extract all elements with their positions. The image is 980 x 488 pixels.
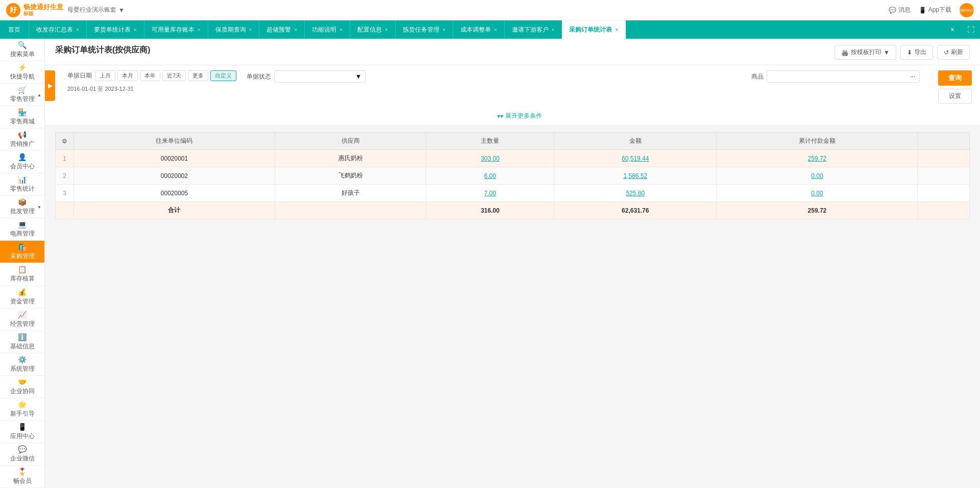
date-shortcuts: 上月 本月 本年 近7天 更多 自定义 — [95, 70, 236, 81]
more-icon[interactable]: ··· — [910, 73, 915, 80]
tab-keyongliang[interactable]: 可用量库存账本 × — [144, 20, 208, 39]
th-settings[interactable]: ⚙ — [56, 133, 74, 150]
th-qty: 主数量 — [426, 133, 554, 150]
app-download-button[interactable]: 📱 App下载 — [919, 6, 951, 14]
refresh-button[interactable]: ↺ 刷新 — [937, 45, 970, 60]
close-icon[interactable]: × — [249, 27, 252, 33]
cart-icon: 🛒 — [18, 86, 27, 94]
sidebar-item-operations[interactable]: 📈 经营管理 — [0, 309, 44, 331]
message-button[interactable]: 💬 消息 — [889, 6, 911, 14]
close-icon[interactable]: × — [443, 27, 446, 33]
sidebar-item-search[interactable]: 🔍 搜索菜单 — [0, 39, 44, 61]
shortcut-7days[interactable]: 近7天 — [162, 70, 186, 81]
setting-button[interactable]: 设置 — [938, 89, 972, 104]
print-button[interactable]: 🖨️ 按模板打印 ▼ — [835, 45, 896, 60]
tab-caigou-active[interactable]: 采购订单统计表 × — [562, 20, 626, 39]
row-paid[interactable]: 0.00 — [717, 185, 918, 202]
row-amount[interactable]: 525.80 — [554, 185, 717, 202]
close-icon[interactable]: × — [134, 27, 137, 33]
status-select[interactable]: ▼ — [274, 70, 366, 83]
shortcut-last-month[interactable]: 上月 — [95, 70, 115, 81]
th-paid: 累计付款金额 — [717, 133, 918, 150]
close-icon[interactable]: × — [294, 27, 297, 33]
close-icon[interactable]: × — [198, 27, 201, 33]
sidebar-item-inventory[interactable]: 📋 库存核算 — [0, 263, 44, 286]
table-row: 3 00020005 好孩子 7.00 525.80 0.00 — [56, 185, 970, 202]
goods-input[interactable]: ··· — [767, 70, 920, 83]
row-paid[interactable]: 259.72 — [717, 150, 918, 167]
row-supplier: 惠氏奶粉 — [275, 150, 426, 167]
sidebar-item-wholesale[interactable]: 📦 批发管理 ▼ — [0, 196, 44, 218]
tab-chengben[interactable]: 成本调整单 × — [453, 20, 505, 39]
close-icon[interactable]: × — [494, 27, 497, 33]
query-button[interactable]: 查询 — [938, 70, 972, 86]
row-extra — [918, 185, 970, 202]
search-icon: 🔍 — [18, 41, 27, 49]
close-icon[interactable]: × — [552, 27, 555, 33]
expand-icon: ▾▾ — [497, 113, 503, 120]
shortcut-this-month[interactable]: 本月 — [117, 70, 138, 81]
sidebar-item-wechat[interactable]: 💬 企业微信 — [0, 443, 44, 466]
footer-qty: 316.00 — [426, 202, 554, 219]
sidebar-item-quicknav[interactable]: ⚡ 快捷导航 — [0, 61, 44, 84]
tab-yaoqing[interactable]: 邀请下游客户 × — [505, 20, 562, 39]
box-icon: 📦 — [18, 198, 27, 206]
user-area[interactable]: demo2 — [960, 3, 974, 17]
close-icon[interactable]: × — [615, 27, 618, 33]
table-header: ⚙ 往来单位编码 供应商 主数量 金额 累计付款金额 — [56, 133, 970, 150]
sidebar-item-appcenter[interactable]: 📱 应用中心 — [0, 421, 44, 443]
sidebar-item-enterprise-collab[interactable]: 🤝 企业协同 — [0, 376, 44, 398]
row-amount[interactable]: 1,586.52 — [554, 167, 717, 185]
row-paid[interactable]: 0.00 — [717, 167, 918, 185]
tab-chaoyuyujing[interactable]: 超储预警 × — [259, 20, 305, 39]
row-amount[interactable]: 60,519.44 — [554, 150, 717, 167]
tab-fullscreen-button[interactable]: ⛶ — [962, 20, 980, 39]
tab-jianhuo[interactable]: 拣货任务管理 × — [396, 20, 453, 39]
refresh-icon: ↺ — [944, 49, 949, 56]
shortcut-this-year[interactable]: 本年 — [140, 70, 160, 81]
tab-baozhi[interactable]: 保质期查询 × — [208, 20, 260, 39]
th-empty — [918, 133, 970, 150]
page-actions: 🖨️ 按模板打印 ▼ ⬇ 导出 ↺ 刷新 — [835, 45, 970, 65]
lightning-icon: ⚡ — [18, 63, 27, 71]
logo-icon: 好 — [6, 3, 20, 17]
status-label: 单据状态 — [247, 72, 271, 81]
nav-tabs: 首页 收发存汇总表 × 要货单统计表 × 可用量库存账本 × 保质期查询 × 超… — [0, 20, 980, 39]
sidebar-item-members[interactable]: 👤 会员中心 — [0, 151, 44, 173]
sidebar-item-retail-stats[interactable]: 📊 零售统计 — [0, 173, 44, 196]
tab-gongneng[interactable]: 功能说明 × — [305, 20, 350, 39]
row-qty[interactable]: 303.00 — [426, 150, 554, 167]
wechat-icon: 💬 — [18, 445, 27, 453]
export-button[interactable]: ⬇ 导出 — [900, 45, 933, 60]
sidebar-item-marketing[interactable]: 📢 营销推广 — [0, 129, 44, 151]
sidebar-item-basics[interactable]: ℹ️ 基础信息 — [0, 331, 44, 353]
sidebar-item-ecommerce[interactable]: 💻 电商管理 — [0, 218, 44, 241]
shortcut-more[interactable]: 更多 — [188, 70, 208, 81]
shortcut-custom[interactable]: 自定义 — [210, 70, 236, 81]
info-icon: ℹ️ — [18, 333, 27, 341]
sidebar-item-purchase[interactable]: 🛍️ 采购管理 — [0, 241, 44, 263]
tab-close-all-button[interactable]: × — [943, 20, 962, 39]
sidebar-item-member-club[interactable]: 🎖️ 畅会员 — [0, 466, 44, 488]
sidebar-item-finance[interactable]: 💰 资金管理 — [0, 286, 44, 309]
row-qty[interactable]: 7.00 — [426, 185, 554, 202]
collapse-button[interactable]: ▶ — [45, 70, 55, 101]
sidebar-item-retail-mgmt[interactable]: 🛒 零售管理 ▲ — [0, 84, 44, 106]
row-code: 00020005 — [74, 185, 275, 202]
tab-peizhi[interactable]: 配置信息 × — [350, 20, 396, 39]
tab-shoufacun[interactable]: 收发存汇总表 × — [29, 20, 87, 39]
shopping-icon: 🛍️ — [18, 243, 27, 251]
star-icon: 🌟 — [18, 400, 27, 408]
avatar: demo2 — [960, 3, 974, 17]
tab-yaohuo[interactable]: 要货单统计表 × — [87, 20, 144, 39]
tab-home[interactable]: 首页 — [0, 20, 29, 39]
top-bar: 好 畅捷通好生意 标版 母婴行业演示账套 ▼ 💬 消息 📱 App下载 demo… — [0, 0, 980, 20]
expand-more-button[interactable]: ▾▾ 展开更多条件 — [497, 112, 542, 120]
close-icon[interactable]: × — [339, 27, 342, 33]
sidebar-item-system[interactable]: ⚙️ 系统管理 — [0, 353, 44, 376]
close-icon[interactable]: × — [385, 27, 388, 33]
close-icon[interactable]: × — [76, 27, 79, 33]
sidebar-item-retail-mall[interactable]: 🏪 零售商城 — [0, 106, 44, 129]
sidebar-item-newguide[interactable]: 🌟 新手引导 — [0, 398, 44, 421]
row-qty[interactable]: 6.00 — [426, 167, 554, 185]
